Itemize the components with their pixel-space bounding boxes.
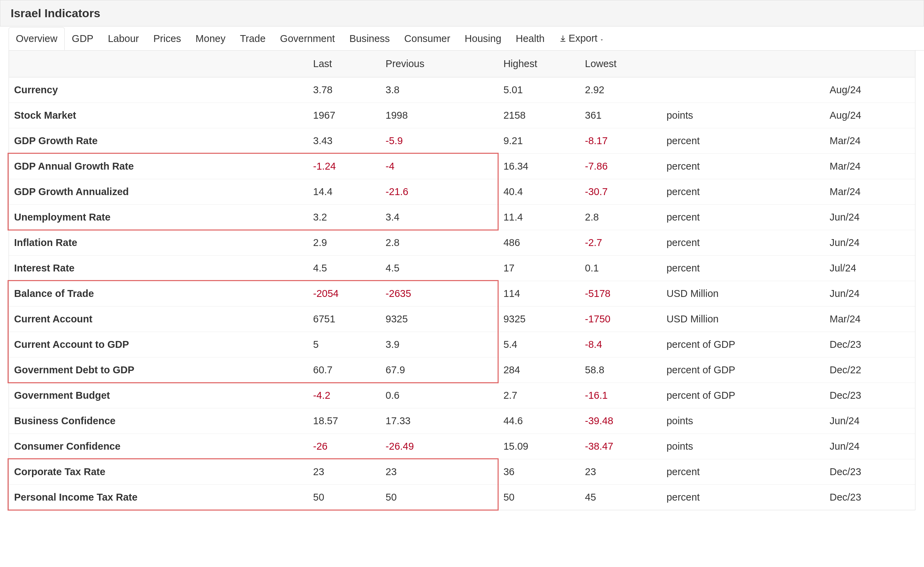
cell-last: -4.2 bbox=[308, 383, 381, 408]
col-name bbox=[9, 51, 308, 77]
table-row: Current Account675193259325-1750USD Mill… bbox=[9, 306, 915, 332]
tab-labour[interactable]: Labour bbox=[101, 27, 146, 50]
indicator-name[interactable]: Government Budget bbox=[9, 383, 308, 408]
table-row: Current Account to GDP53.95.4-8.4percent… bbox=[9, 332, 915, 357]
download-icon bbox=[559, 33, 567, 45]
table-row: Personal Income Tax Rate50505045percentD… bbox=[9, 484, 915, 510]
indicator-name[interactable]: GDP Annual Growth Rate bbox=[9, 153, 308, 179]
cell-date: Dec/22 bbox=[824, 357, 915, 383]
indicator-name[interactable]: Unemployment Rate bbox=[9, 205, 308, 230]
cell-last: 50 bbox=[308, 484, 381, 510]
indicator-name[interactable]: Stock Market bbox=[9, 102, 308, 128]
cell-previous: 9325 bbox=[380, 306, 498, 332]
indicator-name[interactable]: Business Confidence bbox=[9, 408, 308, 433]
cell-lowest: -30.7 bbox=[580, 179, 661, 205]
table-row: Inflation Rate2.92.8486-2.7percentJun/24 bbox=[9, 230, 915, 255]
table-row: GDP Growth Rate3.43-5.99.21-8.17percentM… bbox=[9, 128, 915, 153]
cell-lowest: -38.47 bbox=[580, 433, 661, 459]
cell-unit: points bbox=[661, 433, 824, 459]
cell-unit: percent bbox=[661, 484, 824, 510]
tab-consumer[interactable]: Consumer bbox=[397, 27, 458, 50]
cell-lowest: -8.4 bbox=[580, 332, 661, 357]
cell-previous: 50 bbox=[380, 484, 498, 510]
cell-unit: percent of GDP bbox=[661, 383, 824, 408]
tab-government[interactable]: Government bbox=[273, 27, 342, 50]
cell-previous: -4 bbox=[380, 153, 498, 179]
cell-date: Mar/24 bbox=[824, 128, 915, 153]
cell-lowest: -1750 bbox=[580, 306, 661, 332]
cell-last: 6751 bbox=[308, 306, 381, 332]
cell-previous: -5.9 bbox=[380, 128, 498, 153]
cell-last: 14.4 bbox=[308, 179, 381, 205]
cell-highest: 16.34 bbox=[498, 153, 580, 179]
table-row: Business Confidence18.5717.3344.6-39.48p… bbox=[9, 408, 915, 433]
indicator-name[interactable]: Interest Rate bbox=[9, 255, 308, 281]
cell-unit: USD Million bbox=[661, 306, 824, 332]
table-row: Stock Market196719982158361pointsAug/24 bbox=[9, 102, 915, 128]
cell-unit: points bbox=[661, 102, 824, 128]
indicator-name[interactable]: Consumer Confidence bbox=[9, 433, 308, 459]
cell-lowest: 2.8 bbox=[580, 205, 661, 230]
cell-lowest: 2.92 bbox=[580, 77, 661, 102]
table-row: Unemployment Rate3.23.411.42.8percentJun… bbox=[9, 205, 915, 230]
col-date bbox=[824, 51, 915, 77]
cell-last: 3.78 bbox=[308, 77, 381, 102]
cell-last: 2.9 bbox=[308, 230, 381, 255]
cell-lowest: -2.7 bbox=[580, 230, 661, 255]
cell-previous: 67.9 bbox=[380, 357, 498, 383]
indicators-table-wrap: Last Previous Highest Lowest Currency3.7… bbox=[9, 51, 915, 510]
cell-unit: percent of GDP bbox=[661, 332, 824, 357]
cell-last: 4.5 bbox=[308, 255, 381, 281]
cell-unit bbox=[661, 77, 824, 102]
indicator-name[interactable]: Current Account bbox=[9, 306, 308, 332]
cell-unit: percent of GDP bbox=[661, 357, 824, 383]
cell-last: 60.7 bbox=[308, 357, 381, 383]
cell-highest: 50 bbox=[498, 484, 580, 510]
cell-last: 1967 bbox=[308, 102, 381, 128]
col-highest: Highest bbox=[498, 51, 580, 77]
tab-business[interactable]: Business bbox=[342, 27, 397, 50]
indicator-name[interactable]: Corporate Tax Rate bbox=[9, 459, 308, 484]
cell-unit: percent bbox=[661, 179, 824, 205]
cell-lowest: 58.8 bbox=[580, 357, 661, 383]
indicator-name[interactable]: Inflation Rate bbox=[9, 230, 308, 255]
tab-overview[interactable]: Overview bbox=[9, 27, 64, 50]
cell-highest: 11.4 bbox=[498, 205, 580, 230]
indicator-name[interactable]: Personal Income Tax Rate bbox=[9, 484, 308, 510]
page-title: Israel Indicators bbox=[10, 6, 914, 20]
export-button[interactable]: Export bbox=[552, 27, 612, 51]
indicator-name[interactable]: Current Account to GDP bbox=[9, 332, 308, 357]
table-header-row: Last Previous Highest Lowest bbox=[9, 51, 915, 77]
tab-prices[interactable]: Prices bbox=[146, 27, 189, 50]
cell-lowest: 23 bbox=[580, 459, 661, 484]
cell-last: 3.2 bbox=[308, 205, 381, 230]
tab-money[interactable]: Money bbox=[189, 27, 233, 50]
cell-date: Dec/23 bbox=[824, 459, 915, 484]
col-last: Last bbox=[308, 51, 381, 77]
cell-last: -1.24 bbox=[308, 153, 381, 179]
table-row: Currency3.783.85.012.92Aug/24 bbox=[9, 77, 915, 102]
cell-date: Jun/24 bbox=[824, 433, 915, 459]
indicator-name[interactable]: Government Debt to GDP bbox=[9, 357, 308, 383]
tab-health[interactable]: Health bbox=[508, 27, 552, 50]
cell-unit: percent bbox=[661, 230, 824, 255]
cell-previous: 3.4 bbox=[380, 205, 498, 230]
indicator-name[interactable]: Currency bbox=[9, 77, 308, 102]
cell-date: Mar/24 bbox=[824, 179, 915, 205]
chevron-down-icon bbox=[599, 33, 604, 45]
cell-date: Aug/24 bbox=[824, 77, 915, 102]
indicator-name[interactable]: Balance of Trade bbox=[9, 281, 308, 306]
cell-unit: percent bbox=[661, 255, 824, 281]
cell-date: Dec/23 bbox=[824, 484, 915, 510]
cell-lowest: -16.1 bbox=[580, 383, 661, 408]
col-lowest: Lowest bbox=[580, 51, 661, 77]
cell-highest: 9.21 bbox=[498, 128, 580, 153]
tab-housing[interactable]: Housing bbox=[458, 27, 508, 50]
tab-gdp[interactable]: GDP bbox=[64, 27, 101, 50]
cell-lowest: 45 bbox=[580, 484, 661, 510]
tab-trade[interactable]: Trade bbox=[233, 27, 273, 50]
cell-lowest: 361 bbox=[580, 102, 661, 128]
cell-highest: 9325 bbox=[498, 306, 580, 332]
indicator-name[interactable]: GDP Growth Rate bbox=[9, 128, 308, 153]
indicator-name[interactable]: GDP Growth Annualized bbox=[9, 179, 308, 205]
